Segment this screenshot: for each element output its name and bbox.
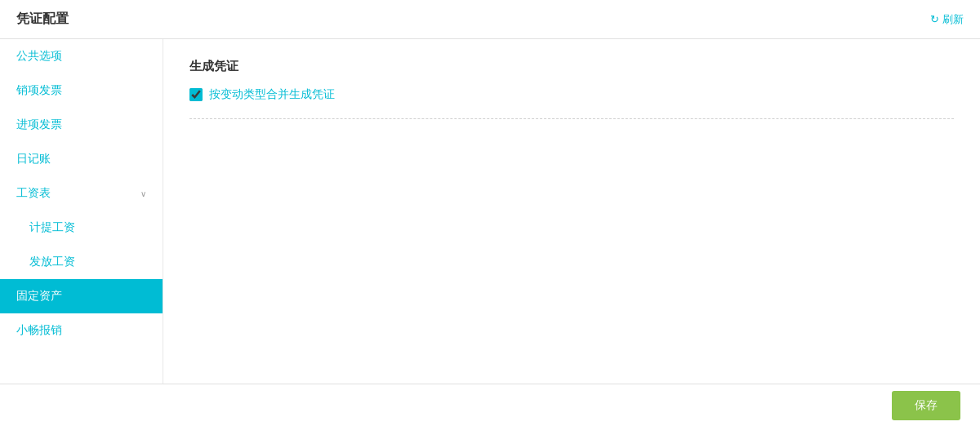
sidebar: 公共选项销项发票进项发票日记账工资表∨计提工资发放工资固定资产小畅报销 — [0, 39, 163, 384]
merge-by-type-checkbox[interactable] — [189, 88, 203, 101]
main-layout: 公共选项销项发票进项发票日记账工资表∨计提工资发放工资固定资产小畅报销 生成凭证… — [0, 39, 980, 384]
refresh-icon: ↻ — [930, 13, 939, 25]
sidebar-item-fixed-assets[interactable]: 固定资产 — [0, 279, 163, 313]
sidebar-item-label: 公共选项 — [16, 49, 62, 64]
sidebar-item-label: 工资表 — [16, 186, 51, 201]
section-divider — [189, 118, 954, 119]
sidebar-item-journal[interactable]: 日记账 — [0, 142, 163, 176]
refresh-button[interactable]: ↻ 刷新 — [930, 12, 964, 27]
sidebar-item-label: 小畅报销 — [16, 323, 62, 338]
sidebar-item-public-options[interactable]: 公共选项 — [0, 39, 163, 73]
chevron-down-icon: ∨ — [140, 189, 146, 198]
footer: 保存 — [0, 384, 980, 426]
refresh-label: 刷新 — [942, 12, 964, 27]
sidebar-item-label: 计提工资 — [29, 220, 75, 235]
sidebar-item-purchase-invoice[interactable]: 进项发票 — [0, 108, 163, 142]
checkbox-row: 按变动类型合并生成凭证 — [189, 87, 954, 102]
sidebar-item-pay-salary[interactable]: 发放工资 — [0, 245, 163, 279]
sidebar-item-label: 销项发票 — [16, 83, 62, 98]
header: 凭证配置 ↻ 刷新 — [0, 0, 980, 39]
sidebar-item-label: 日记账 — [16, 152, 51, 166]
sidebar-item-sales-invoice[interactable]: 销项发票 — [0, 73, 163, 108]
merge-by-type-label[interactable]: 按变动类型合并生成凭证 — [209, 87, 335, 102]
main-content: 生成凭证 按变动类型合并生成凭证 — [163, 39, 980, 384]
page-title: 凭证配置 — [16, 11, 69, 28]
sidebar-item-calc-salary[interactable]: 计提工资 — [0, 211, 163, 245]
sidebar-item-label: 进项发票 — [16, 118, 62, 132]
sidebar-item-label: 固定资产 — [16, 289, 62, 304]
sidebar-item-petty-expense[interactable]: 小畅报销 — [0, 313, 163, 348]
section-title: 生成凭证 — [189, 59, 954, 74]
sidebar-item-label: 发放工资 — [29, 255, 75, 269]
sidebar-item-payroll-table[interactable]: 工资表∨ — [0, 176, 163, 211]
save-button[interactable]: 保存 — [892, 391, 960, 420]
